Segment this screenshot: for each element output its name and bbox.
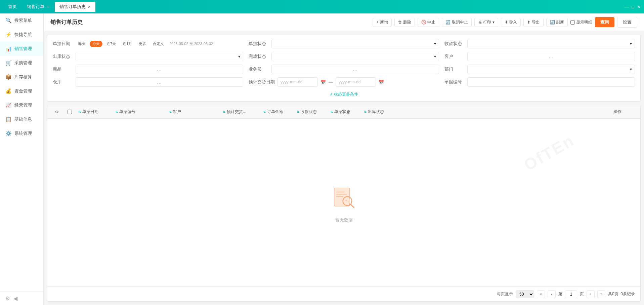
date-1month[interactable]: 近1月 (120, 41, 135, 47)
order-no-input[interactable] (467, 77, 635, 87)
date-from-input[interactable]: yyyy-mm-dd (277, 77, 318, 87)
delete-button[interactable]: 🗑 删除 (394, 18, 415, 27)
stop-button[interactable]: 🚫 中止 (418, 18, 439, 27)
date-range-text: 2023-06-02 至 2023-06-02 (169, 41, 213, 46)
department-select[interactable]: ▾ (467, 65, 635, 74)
select-all-checkbox[interactable] (68, 110, 72, 114)
date-more[interactable]: 更多 (136, 41, 149, 47)
query-button[interactable]: 查询 (595, 17, 614, 27)
receipt-status-select[interactable]: ▾ (467, 39, 635, 48)
inventory-icon: 📦 (5, 74, 12, 80)
warehouse-select[interactable]: ... (76, 77, 243, 87)
sidebar-item-search-menu[interactable]: 🔍 搜索菜单 (0, 13, 43, 28)
complete-status-select[interactable]: ▾ (271, 52, 439, 61)
tab-sales-order[interactable]: 销售订单 ✕ (22, 2, 54, 12)
sort-icon-order[interactable]: ⇅ (115, 110, 118, 114)
department-label: 部门 (444, 66, 465, 72)
sidebar-item-operations[interactable]: 📈 经营管理 (0, 98, 43, 112)
filter-row-1: 单据日期 昨天 今天 近7天 近1月 更多 自定义 2023-06-02 至 2… (53, 39, 635, 48)
sidebar-item-quick-nav[interactable]: ⚡ 快捷导航 (0, 28, 43, 42)
filter-area: 单据日期 昨天 今天 近7天 近1月 更多 自定义 2023-06-02 至 2… (47, 35, 641, 102)
tab-home[interactable]: 首页 (3, 2, 22, 12)
expected-date-label: 预计交货日期 (249, 79, 275, 85)
order-status-select[interactable]: ▾ (271, 39, 439, 48)
sort-icon-order-status[interactable]: ⇅ (330, 110, 333, 114)
sidebar-item-sales-mgmt[interactable]: 📊 销售管理 (0, 42, 43, 56)
date-to-input[interactable]: yyyy-mm-dd (336, 77, 376, 87)
cancel-stop-button[interactable]: 🔄 取消中止 (442, 18, 471, 27)
settings-button[interactable]: 设置 (617, 17, 637, 28)
sidebar-item-label: 销售管理 (14, 46, 32, 52)
next-page-button[interactable]: › (587, 290, 595, 298)
complete-status-dropdown-icon: ▾ (434, 54, 436, 59)
salesperson-label: 业务员 (249, 66, 269, 72)
calendar-to-icon[interactable]: 📅 (379, 80, 384, 85)
empty-text: 暂无数据 (335, 217, 353, 223)
salesperson-select[interactable]: ... (271, 65, 439, 74)
sort-icon-customer[interactable]: ⇅ (169, 110, 172, 114)
sidebar-settings-icon[interactable]: ⚙ (5, 295, 10, 302)
page-number-input[interactable] (565, 290, 577, 298)
sidebar-collapse-icon[interactable]: ◀ (13, 295, 17, 302)
th-checkbox[interactable] (63, 110, 76, 114)
maximize-button[interactable]: □ (632, 4, 634, 9)
import-button[interactable]: ⬇ 导入 (501, 18, 521, 27)
prev-page-button[interactable]: ‹ (548, 290, 556, 298)
th-date: ⇅ 单据日期 (76, 109, 113, 115)
page-header: 销售订单历史 + 新增 🗑 删除 🚫 中止 🔄 取消中止 🖨 打印 ▾ (44, 13, 644, 31)
tab-sales-order-history[interactable]: 销售订单历史 ✕ (55, 2, 95, 12)
customer-filter: 客户 ... (444, 52, 635, 61)
date-label: 单据日期 (53, 41, 73, 47)
minimize-button[interactable]: — (625, 4, 629, 9)
product-select[interactable]: ... (76, 65, 243, 74)
chevron-up-icon: ∧ (330, 92, 333, 97)
print-button[interactable]: 🖨 打印 ▾ (474, 18, 498, 27)
page-size-select[interactable]: 50 10 20 100 (516, 290, 534, 298)
warehouse-status-select[interactable]: ▾ (76, 52, 243, 61)
finance-icon: 💰 (5, 88, 12, 94)
sort-icon-warehouse[interactable]: ⇅ (364, 110, 367, 114)
sort-icon[interactable]: ⇅ (78, 110, 81, 114)
close-tab-sales-order[interactable]: ✕ (46, 5, 49, 9)
order-status-filter: 单据状态 ▾ (249, 39, 439, 48)
table-area: ⚙ ⇅ 单据日期 ⇅ 单据编号 ⇅ 客户 ⇅ (47, 105, 641, 302)
system-mgmt-icon: ⚙️ (5, 130, 12, 137)
warehouse-status-filter: 出库状态 ▾ (53, 52, 243, 61)
sidebar-item-inventory[interactable]: 📦 库存核算 (0, 70, 43, 84)
filter-row-4: 仓库 ... 预计交货日期 yyyy-mm-dd 📅 — yyyy-mm-dd (53, 77, 635, 87)
gear-icon[interactable]: ⚙ (55, 110, 59, 114)
print-dropdown-icon[interactable]: ▾ (492, 20, 495, 25)
collapse-label: 收起更多条件 (334, 91, 358, 97)
close-button[interactable]: ✕ (637, 4, 641, 9)
new-button[interactable]: + 新增 (373, 18, 391, 27)
first-page-button[interactable]: « (537, 290, 545, 298)
customer-select[interactable]: ... (467, 52, 635, 61)
last-page-button[interactable]: » (597, 290, 605, 298)
date-yesterday[interactable]: 昨天 (76, 41, 88, 47)
date-7days[interactable]: 近7天 (104, 41, 119, 47)
sidebar-item-purchase-mgmt[interactable]: 🛒 采购管理 (0, 56, 43, 70)
th-settings[interactable]: ⚙ (50, 110, 63, 114)
content-area: 销售订单历史 + 新增 🗑 删除 🚫 中止 🔄 取消中止 🖨 打印 ▾ (44, 13, 644, 305)
display-dense-checkbox[interactable] (570, 20, 575, 25)
sidebar-item-finance[interactable]: 💰 资金管理 (0, 84, 43, 98)
close-tab-sales-order-history[interactable]: ✕ (88, 5, 91, 9)
calendar-from-icon[interactable]: 📅 (320, 80, 326, 85)
collapse-row[interactable]: ∧ 收起更多条件 (53, 90, 635, 97)
sidebar-item-system-mgmt[interactable]: ⚙️ 系统管理 (0, 126, 43, 141)
date-custom[interactable]: 自定义 (150, 41, 167, 47)
refresh-button[interactable]: 🔄 刷新 (546, 18, 568, 27)
sort-icon-receipt[interactable]: ⇅ (297, 110, 299, 114)
product-label: 商品 (53, 66, 73, 72)
basic-info-icon: 📋 (5, 116, 12, 122)
sidebar-item-basic-info[interactable]: 📋 基础信息 (0, 112, 43, 126)
svg-point-8 (347, 201, 348, 202)
display-dense-toggle[interactable]: 显示明细 (570, 20, 592, 25)
sidebar-item-label: 搜索菜单 (14, 17, 32, 24)
sort-icon-delivery[interactable]: ⇅ (223, 110, 225, 114)
sidebar-item-label: 基础信息 (14, 116, 32, 122)
date-today[interactable]: 今天 (90, 41, 102, 47)
sort-icon-amount[interactable]: ⇅ (263, 110, 266, 114)
export-button[interactable]: ⬆ 导出 (523, 18, 543, 27)
sales-mgmt-icon: 📊 (5, 46, 12, 52)
